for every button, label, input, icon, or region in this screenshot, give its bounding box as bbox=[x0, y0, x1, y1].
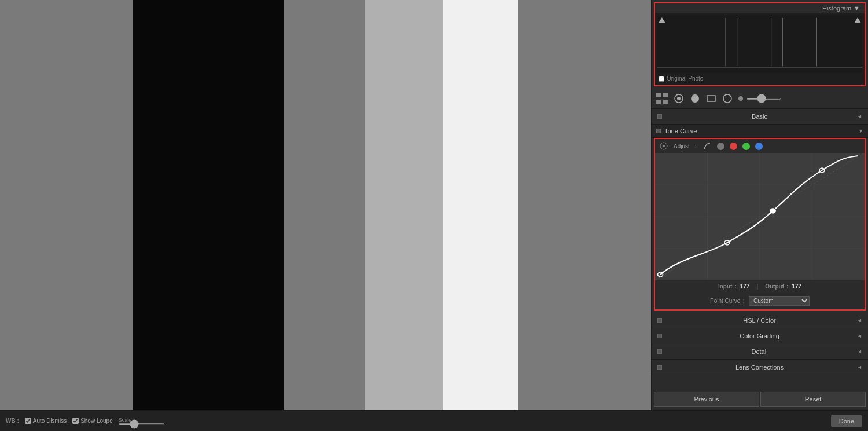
auto-dismiss-label: Auto Dismiss bbox=[33, 418, 67, 424]
svg-rect-3 bbox=[707, 96, 715, 101]
gray-bar-white bbox=[443, 0, 518, 410]
curve-info-separator: | bbox=[756, 283, 758, 290]
circle-tool[interactable] bbox=[721, 92, 734, 105]
detail-section-left bbox=[657, 349, 662, 354]
main-area: Histogram ▼ bbox=[0, 0, 868, 410]
hsl-section-header[interactable]: HSL / Color ◄ bbox=[652, 313, 868, 328]
channel-green[interactable] bbox=[742, 143, 750, 150]
gray-bar-black bbox=[133, 0, 284, 410]
point-curve-select[interactable]: Custom Linear Medium Contrast Strong Con… bbox=[749, 296, 810, 306]
svg-point-7 bbox=[663, 145, 665, 147]
gray-bar-left-bg bbox=[0, 0, 133, 410]
tone-curve-section-arrow: ▼ bbox=[858, 128, 863, 134]
grid-cell-1 bbox=[656, 93, 661, 97]
circle-outline-tool[interactable] bbox=[672, 92, 685, 105]
svg-point-2 bbox=[691, 94, 699, 103]
curve-svg bbox=[655, 153, 865, 280]
curve-point-2[interactable] bbox=[770, 209, 775, 213]
lens-corrections-section-left bbox=[657, 365, 662, 370]
lens-corrections-section-header[interactable]: Lens Corrections ◄ bbox=[652, 360, 868, 375]
panel-spacer bbox=[652, 375, 868, 388]
detail-section-header[interactable]: Detail ◄ bbox=[652, 344, 868, 360]
gray-bar-mid-bg bbox=[284, 0, 365, 410]
grid-cell-2 bbox=[663, 93, 668, 97]
grid-cell-3 bbox=[656, 100, 661, 104]
original-photo-checkbox[interactable] bbox=[659, 76, 664, 82]
channel-rgb[interactable] bbox=[717, 143, 724, 150]
curve-graph[interactable] bbox=[655, 153, 865, 280]
histogram-canvas bbox=[657, 15, 862, 73]
channel-blue[interactable] bbox=[755, 143, 763, 150]
adjust-row: Adjust : bbox=[655, 139, 865, 153]
curve-info: Input : 177 | Output : 177 bbox=[655, 280, 865, 293]
curve-path bbox=[660, 156, 858, 275]
hist-right-triangle bbox=[854, 17, 861, 23]
bottom-toolbar: WB : Auto Dismiss Show Loupe Scale Done bbox=[0, 410, 868, 431]
hsl-section-arrow: ◄ bbox=[857, 317, 862, 323]
channel-red[interactable] bbox=[730, 143, 737, 150]
detail-section-icon bbox=[657, 349, 662, 354]
grayscale-image bbox=[0, 0, 651, 410]
detail-section-title: Detail bbox=[751, 348, 767, 355]
rect-tool[interactable] bbox=[705, 92, 718, 105]
right-panel: Histogram ▼ bbox=[651, 0, 868, 410]
output-label: Output bbox=[765, 283, 784, 290]
done-button[interactable]: Done bbox=[831, 415, 862, 427]
input-value: 177 bbox=[740, 283, 750, 290]
point-curve-label: Point Curve bbox=[710, 298, 740, 304]
tool-slider-input[interactable] bbox=[746, 98, 781, 100]
gray-bar-light bbox=[365, 0, 443, 410]
tone-curve-section-title: Tone Curve bbox=[664, 127, 697, 134]
histogram-label: Histogram bbox=[822, 5, 851, 12]
lens-corrections-section-arrow: ◄ bbox=[857, 364, 862, 370]
color-grading-section-arrow: ◄ bbox=[857, 333, 862, 339]
reset-button[interactable]: Reset bbox=[760, 392, 866, 407]
previous-button[interactable]: Previous bbox=[654, 392, 759, 407]
auto-dismiss-checkbox-item: Auto Dismiss bbox=[25, 418, 67, 424]
point-curve-row: Point Curve : Custom Linear Medium Contr… bbox=[655, 293, 865, 309]
scale-slider[interactable] bbox=[119, 423, 165, 425]
tool-slider bbox=[737, 95, 863, 102]
histogram-dropdown-icon[interactable]: ▼ bbox=[854, 5, 860, 12]
input-label: Input bbox=[718, 283, 732, 290]
grid-tool-icon[interactable] bbox=[656, 92, 669, 105]
grid-cell-4 bbox=[663, 100, 668, 104]
original-photo-label: Original Photo bbox=[667, 75, 703, 82]
scale-control: Scale bbox=[119, 417, 165, 425]
filled-circle-tool[interactable] bbox=[689, 92, 701, 105]
show-loupe-checkbox-item: Show Loupe bbox=[72, 418, 113, 424]
detail-section-arrow: ◄ bbox=[857, 349, 862, 355]
show-loupe-checkbox[interactable] bbox=[72, 418, 79, 424]
output-colon: : bbox=[786, 283, 788, 290]
gray-bar-right-bg bbox=[518, 0, 651, 410]
histogram-svg bbox=[657, 15, 862, 72]
histogram-bottom: Original Photo bbox=[657, 73, 862, 83]
basic-section-arrow: ◄ bbox=[857, 114, 862, 119]
output-value: 177 bbox=[792, 283, 801, 290]
basic-section-icon bbox=[657, 114, 662, 119]
color-grading-section-title: Color Grading bbox=[740, 333, 779, 339]
point-curve-colon: : bbox=[742, 298, 744, 304]
tools-row bbox=[652, 89, 868, 109]
color-grading-section-icon bbox=[657, 334, 662, 338]
svg-point-5 bbox=[738, 96, 743, 101]
auto-dismiss-checkbox[interactable] bbox=[25, 418, 31, 424]
tone-curve-section-header[interactable]: Tone Curve ▼ bbox=[652, 125, 868, 138]
histogram-section: Histogram ▼ bbox=[654, 2, 866, 86]
color-grading-section-left bbox=[657, 334, 662, 338]
hsl-section-icon bbox=[657, 318, 662, 323]
curve-draw-icon[interactable] bbox=[703, 142, 711, 150]
adjust-colon: : bbox=[694, 143, 696, 149]
basic-section-title: Basic bbox=[752, 113, 767, 120]
hsl-section-left bbox=[657, 318, 662, 323]
lens-corrections-section-icon bbox=[657, 365, 662, 370]
target-icon[interactable] bbox=[660, 142, 668, 150]
show-loupe-label: Show Loupe bbox=[80, 418, 113, 424]
svg-point-4 bbox=[723, 94, 731, 103]
histogram-title-bar: Histogram ▼ bbox=[655, 3, 865, 13]
input-colon: : bbox=[734, 283, 736, 290]
svg-point-1 bbox=[677, 97, 681, 100]
basic-section-left bbox=[657, 114, 662, 119]
basic-section-header[interactable]: Basic ◄ bbox=[652, 109, 868, 125]
color-grading-section-header[interactable]: Color Grading ◄ bbox=[652, 328, 868, 344]
